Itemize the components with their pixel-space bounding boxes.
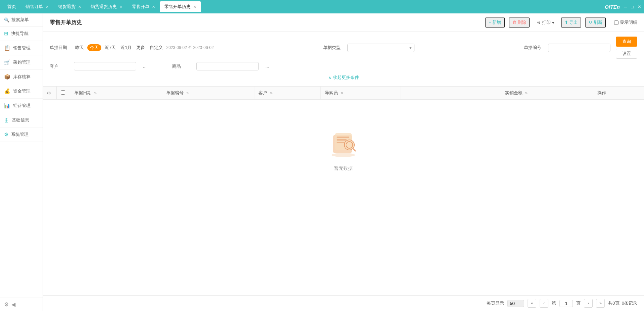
sidebar-item-purchase-mgmt[interactable]: 🛒 采购管理 bbox=[0, 55, 43, 70]
sidebar-item-finance[interactable]: 💰 资金管理 bbox=[0, 84, 43, 99]
tab-home-label: 首页 bbox=[7, 4, 16, 10]
goods-input[interactable] bbox=[196, 62, 259, 70]
type-filter-label: 单据类型 bbox=[323, 45, 342, 51]
collapse-bar[interactable]: ∧ 收起更多条件 bbox=[50, 74, 637, 81]
date-1month[interactable]: 近1月 bbox=[119, 44, 133, 51]
display-detail-toggle[interactable]: 显示明细 bbox=[614, 19, 637, 25]
number-input[interactable] bbox=[548, 44, 610, 52]
sidebar-settings-btn[interactable]: ⚙ bbox=[4, 301, 9, 308]
page-summary: 共0页, 0条记录 bbox=[608, 300, 637, 306]
query-button[interactable]: 查询 bbox=[616, 37, 637, 47]
sidebar-item-quick-nav[interactable]: ⊞ 快捷导航 bbox=[0, 27, 43, 41]
customer-filter-label: 客户 bbox=[50, 63, 68, 69]
th-date-sort: ⇅ bbox=[94, 91, 97, 95]
add-button[interactable]: + 新增 bbox=[485, 17, 504, 28]
toolbar-divider bbox=[610, 20, 610, 25]
display-detail-checkbox[interactable] bbox=[614, 20, 618, 25]
th-customer-label: 客户 bbox=[258, 90, 267, 95]
sidebar-item-system-mgmt[interactable]: ⚙ 系统管理 bbox=[0, 127, 43, 142]
toolbar: + 新增 🗑 删除 🖨 打印 ▾ ⬆ 导出 ↻ 刷新 显示明细 bbox=[485, 17, 637, 28]
tab-sales-return-close[interactable]: ✕ bbox=[78, 5, 81, 9]
date-yesterday[interactable]: 昨天 bbox=[74, 44, 85, 51]
tab-home[interactable]: 首页 bbox=[3, 1, 21, 12]
maximize-btn[interactable]: □ bbox=[631, 4, 634, 9]
th-date[interactable]: 单据日期 ⇅ bbox=[70, 87, 162, 100]
sidebar-item-basic-info-label: 基础信息 bbox=[12, 117, 29, 123]
prev-page-btn[interactable]: ‹ bbox=[540, 299, 548, 308]
svg-point-0 bbox=[332, 153, 355, 157]
tab-sales-return[interactable]: 销货退货 ✕ bbox=[53, 1, 86, 12]
date-7days[interactable]: 近7天 bbox=[103, 44, 117, 51]
window-controls: OfTEn ─ □ ✕ bbox=[605, 4, 641, 10]
header-row: ⚙ 单据日期 ⇅ 单据编号 ⇅ bbox=[43, 87, 644, 100]
th-amount[interactable]: 实销金额 ⇅ bbox=[501, 87, 593, 100]
tab-sales-order-close[interactable]: ✕ bbox=[46, 5, 49, 9]
date-range: 2023-06-02 至 2023-06-02 bbox=[166, 45, 213, 51]
th-check[interactable] bbox=[56, 87, 70, 100]
sidebar-item-basic-info[interactable]: 🗄 基础信息 bbox=[0, 113, 43, 127]
tab-retail-open-history[interactable]: 零售开单历史 ✕ bbox=[160, 1, 201, 12]
type-select[interactable] bbox=[347, 44, 414, 52]
th-number[interactable]: 单据编号 ⇅ bbox=[162, 87, 254, 100]
th-customer-sort: ⇅ bbox=[270, 91, 273, 95]
sidebar-collapse-btn[interactable]: ◀ bbox=[11, 301, 15, 308]
sidebar-item-operations[interactable]: 📊 经营管理 bbox=[0, 99, 43, 113]
finance-icon: 💰 bbox=[4, 88, 10, 94]
page-input[interactable] bbox=[559, 300, 573, 307]
empty-cell: 暂无数据 bbox=[43, 100, 644, 199]
tab-sales-return-history[interactable]: 销货退货历史 ✕ bbox=[86, 1, 127, 12]
per-page-select[interactable]: 20 50 100 bbox=[507, 300, 524, 307]
minimize-btn[interactable]: ─ bbox=[624, 4, 627, 9]
goods-dots[interactable]: ... bbox=[264, 64, 270, 69]
tab-bar: 首页 销售订单 ✕ 销货退货 ✕ 销货退货历史 ✕ 零售开单 ✕ 零售开单历史 … bbox=[0, 0, 644, 13]
svg-line-8 bbox=[353, 149, 355, 151]
tab-retail-open-label: 零售开单 bbox=[132, 4, 149, 10]
tab-sales-return-label: 销货退货 bbox=[58, 4, 76, 10]
th-action: 操作 bbox=[593, 87, 644, 100]
refresh-button[interactable]: ↻ 刷新 bbox=[585, 17, 606, 28]
th-date-label: 单据日期 bbox=[74, 90, 92, 95]
purchase-mgmt-icon: 🛒 bbox=[4, 59, 10, 65]
date-options: 昨天 今天 近7天 近1月 更多 自定义 2023-06-02 至 2023-0… bbox=[74, 44, 214, 51]
first-page-btn[interactable]: « bbox=[528, 299, 536, 308]
settings-button[interactable]: 设置 bbox=[616, 49, 637, 59]
quick-nav-icon: ⊞ bbox=[4, 31, 8, 37]
content-area: 零售开单历史 + 新增 🗑 删除 🖨 打印 ▾ ⬆ 导出 ↻ 刷新 显示明细 bbox=[43, 13, 644, 311]
date-more[interactable]: 更多 bbox=[135, 44, 146, 51]
collapse-icon: ∧ bbox=[328, 75, 332, 80]
th-customer[interactable]: 客户 ⇅ bbox=[254, 87, 321, 100]
table-area: ⚙ 单据日期 ⇅ 单据编号 ⇅ bbox=[43, 86, 644, 295]
date-custom[interactable]: 自定义 bbox=[148, 44, 164, 51]
empty-state: 暂无数据 bbox=[43, 100, 644, 198]
last-page-btn[interactable]: » bbox=[596, 299, 605, 308]
tab-sales-return-history-close[interactable]: ✕ bbox=[119, 5, 122, 9]
tab-retail-open-history-close[interactable]: ✕ bbox=[193, 5, 196, 9]
search-icon: 🔍 bbox=[4, 17, 9, 22]
close-btn[interactable]: ✕ bbox=[638, 4, 641, 9]
print-button[interactable]: 🖨 打印 ▾ bbox=[534, 18, 557, 27]
per-page-label: 每页显示 bbox=[487, 300, 504, 306]
tab-sales-order[interactable]: 销售订单 ✕ bbox=[21, 1, 53, 12]
svg-rect-3 bbox=[337, 137, 349, 138]
th-gear[interactable]: ⚙ bbox=[43, 87, 56, 100]
select-all-checkbox[interactable] bbox=[61, 90, 65, 95]
date-today[interactable]: 今天 bbox=[87, 44, 101, 51]
export-button[interactable]: ⬆ 导出 bbox=[561, 17, 582, 28]
th-guide-label: 导购员 bbox=[325, 90, 338, 95]
next-page-btn[interactable]: › bbox=[584, 299, 593, 308]
tab-retail-open[interactable]: 零售开单 ✕ bbox=[127, 1, 160, 12]
delete-button[interactable]: 🗑 删除 bbox=[509, 17, 530, 28]
basic-info-icon: 🗄 bbox=[4, 117, 9, 123]
customer-dots[interactable]: ... bbox=[142, 64, 148, 69]
sidebar-item-inventory[interactable]: 📦 库存核算 bbox=[0, 70, 43, 84]
sidebar-search[interactable]: 🔍 搜索菜单 bbox=[0, 13, 43, 27]
page-suffix: 页 bbox=[576, 300, 581, 306]
th-guide[interactable]: 导购员 ⇅ bbox=[321, 87, 400, 100]
pagination: 每页显示 20 50 100 « ‹ 第 页 › » 共0页, 0条记录 bbox=[43, 295, 644, 311]
sidebar-item-sales-mgmt[interactable]: 📋 销售管理 bbox=[0, 41, 43, 55]
customer-input[interactable] bbox=[74, 62, 136, 70]
sales-mgmt-icon: 📋 bbox=[4, 45, 10, 51]
tab-retail-open-close[interactable]: ✕ bbox=[152, 5, 155, 9]
display-detail-label: 显示明细 bbox=[620, 19, 637, 25]
data-table: ⚙ 单据日期 ⇅ 单据编号 ⇅ bbox=[43, 87, 644, 198]
